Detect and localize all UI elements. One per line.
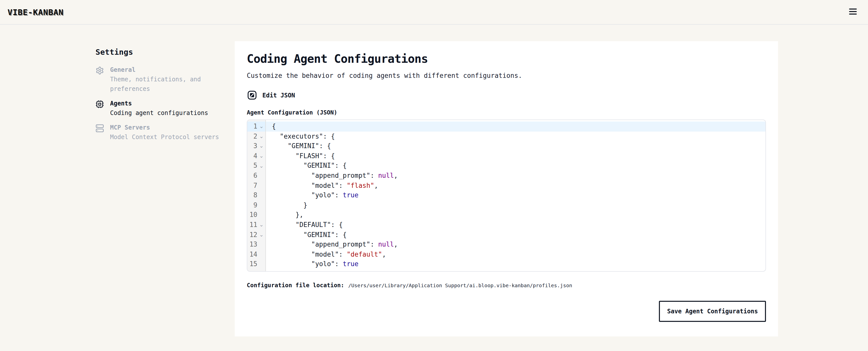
gutter-line-1[interactable]: 1› — [247, 121, 266, 131]
square-pen-icon — [247, 90, 257, 100]
fold-chevron-icon: › — [258, 126, 264, 129]
code-line-10[interactable]: }, — [266, 210, 766, 220]
json-code-editor[interactable]: 1›2›3›4›5›67891011›12›131415 { "executor… — [247, 119, 766, 272]
gutter-line-14: 14 — [247, 249, 266, 259]
code-line-5[interactable]: "GEMINI": { — [266, 161, 766, 171]
code-line-15[interactable]: "yolo": true — [266, 259, 766, 269]
code-line-6[interactable]: "append_prompt": null, — [266, 171, 766, 180]
gutter-line-2[interactable]: 2› — [247, 131, 266, 141]
sidebar-item-label: MCP Servers — [110, 124, 150, 131]
cpu-icon — [95, 100, 104, 108]
edit-json-toggle[interactable]: Edit JSON — [247, 90, 295, 100]
page-subtitle: Customize the behavior of coding agents … — [247, 71, 766, 80]
sidebar-item-label: Agents — [110, 100, 132, 107]
edit-json-label: Edit JSON — [262, 92, 295, 99]
fold-chevron-icon: › — [258, 145, 264, 149]
page-title: Coding Agent Configurations — [247, 50, 766, 67]
fold-chevron-icon: › — [258, 165, 264, 169]
sidebar-item-agents[interactable]: Agents Coding agent configurations — [95, 99, 223, 118]
gutter-line-6: 6 — [247, 171, 266, 180]
sidebar-item-mcp-servers[interactable]: MCP Servers Model Context Protocol serve… — [95, 123, 223, 142]
code-line-12[interactable]: "GEMINI": { — [266, 230, 766, 240]
file-location-label: Configuration file location: — [247, 282, 344, 289]
settings-sidebar: Settings General Theme, notifications, a… — [95, 41, 223, 147]
save-row: Save Agent Configurations — [247, 301, 766, 322]
code-line-13[interactable]: "append_prompt": null, — [266, 240, 766, 249]
code-line-11[interactable]: "DEFAULT": { — [266, 220, 766, 230]
code-line-3[interactable]: "GEMINI": { — [266, 141, 766, 151]
sidebar-nav: General Theme, notifications, and prefer… — [95, 65, 223, 142]
gutter-line-7: 7 — [247, 180, 266, 190]
sidebar-item-description: Coding agent configurations — [110, 109, 208, 116]
gutter-line-3[interactable]: 3› — [247, 141, 266, 151]
fold-chevron-icon: › — [258, 234, 264, 237]
sidebar-item-description: Model Context Protocol servers — [110, 134, 219, 141]
sidebar-item-general[interactable]: General Theme, notifications, and prefer… — [95, 65, 223, 94]
gutter-line-5[interactable]: 5› — [247, 161, 266, 171]
save-agent-configurations-button[interactable]: Save Agent Configurations — [659, 301, 766, 322]
code-line-4[interactable]: "FLASH": { — [266, 151, 766, 161]
file-location-path: /Users/user/Library/Application Support/… — [348, 283, 572, 288]
fold-chevron-icon: › — [258, 224, 264, 227]
main-card: Coding Agent Configurations Customize th… — [235, 41, 778, 337]
app-root: VIBE-KANBAN Settings General Theme, noti… — [0, 0, 868, 351]
sidebar-item-description: Theme, notifications, and preferences — [110, 76, 201, 93]
gutter-line-13: 13 — [247, 240, 266, 249]
hamburger-menu-button[interactable] — [848, 6, 858, 18]
gutter-line-8: 8 — [247, 190, 266, 200]
sidebar-title: Settings — [95, 48, 223, 57]
code-line-8[interactable]: "yolo": true — [266, 190, 766, 200]
code-line-14[interactable]: "model": "default", — [266, 249, 766, 259]
top-header: VIBE-KANBAN — [0, 0, 868, 25]
code-line-9[interactable]: } — [266, 200, 766, 210]
editor-label: Agent Configuration (JSON) — [247, 109, 766, 116]
editor-gutter: 1›2›3›4›5›67891011›12›131415 — [247, 120, 266, 271]
gutter-line-9: 9 — [247, 200, 266, 210]
gutter-line-10: 10 — [247, 210, 266, 220]
gutter-line-4[interactable]: 4› — [247, 151, 266, 161]
app-logo: VIBE-KANBAN — [7, 7, 64, 17]
gutter-line-12[interactable]: 12› — [247, 230, 266, 240]
server-icon — [95, 124, 104, 133]
content-layout: Settings General Theme, notifications, a… — [95, 41, 868, 337]
gear-icon — [95, 66, 104, 75]
fold-chevron-icon: › — [258, 155, 264, 159]
gutter-line-11[interactable]: 11› — [247, 220, 266, 230]
menu-icon — [848, 6, 858, 18]
code-line-1[interactable]: { — [266, 121, 766, 131]
gutter-line-15: 15 — [247, 259, 266, 269]
fold-chevron-icon: › — [258, 136, 264, 139]
code-line-7[interactable]: "model": "flash", — [266, 180, 766, 190]
editor-content[interactable]: { "executors": { "GEMINI": { "FLASH": { … — [266, 120, 766, 271]
code-line-2[interactable]: "executors": { — [266, 131, 766, 141]
sidebar-item-label: General — [110, 66, 135, 73]
file-location-row: Configuration file location: /Users/user… — [247, 282, 766, 289]
